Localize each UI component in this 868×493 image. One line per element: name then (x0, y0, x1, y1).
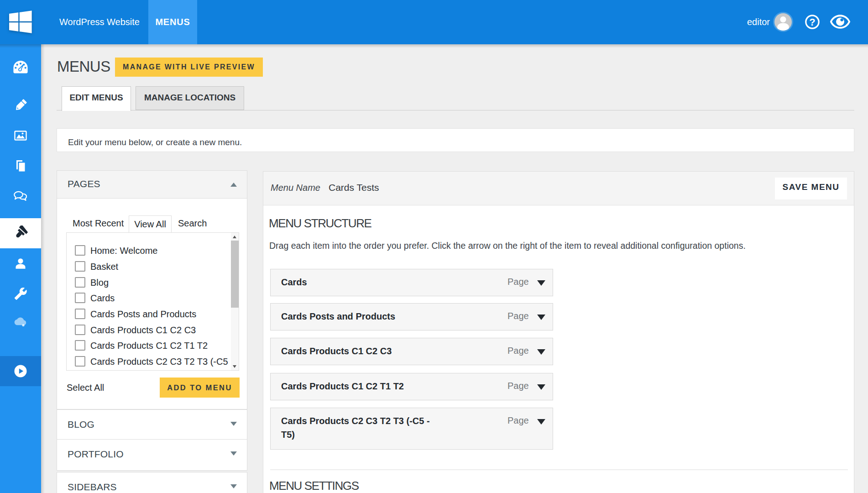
svg-text:?: ? (809, 16, 815, 28)
